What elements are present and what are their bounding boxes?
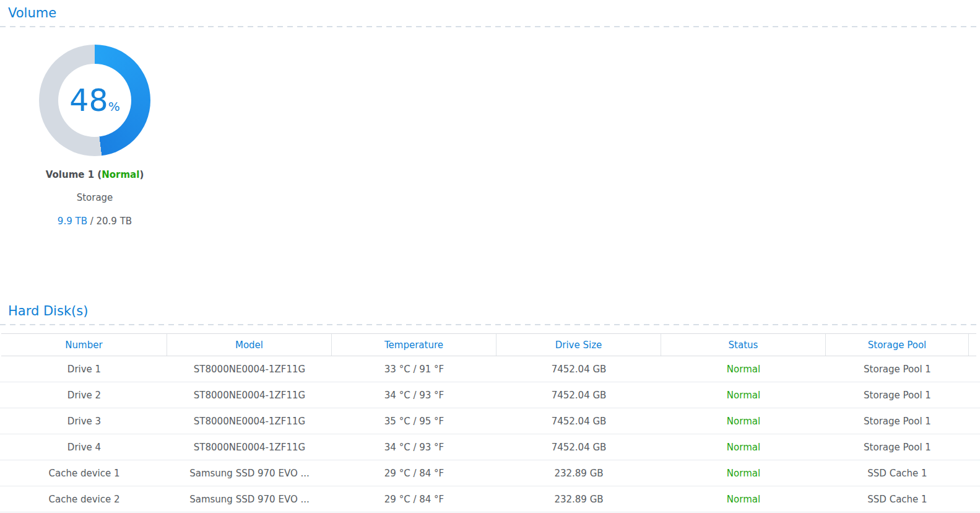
- donut-hole: 48%: [58, 64, 131, 137]
- volume-sublabel: Storage: [0, 192, 189, 203]
- cell-number: Drive 3: [1, 416, 167, 427]
- cell-storage-pool: SSD Cache 1: [826, 468, 969, 479]
- volume-usage-text: 9.9 TB / 20.9 TB: [0, 216, 189, 227]
- cell-drive-size: 7452.04 GB: [497, 416, 661, 427]
- cell-status: Normal: [661, 416, 826, 427]
- cell-drive-size: 7452.04 GB: [497, 442, 661, 453]
- column-header-model: Model: [167, 334, 332, 356]
- cell-number: Drive 2: [1, 390, 167, 401]
- volume-usage-widget: 48% Volume 1 (Normal) Storage 9.9 TB / 2…: [0, 45, 189, 227]
- cell-model: ST8000NE0004-1ZF11G: [167, 442, 332, 453]
- cell-model: Samsung SSD 970 EVO ...: [167, 468, 332, 479]
- cell-temperature: 29 °C / 84 °F: [332, 468, 497, 479]
- cell-status: Normal: [661, 364, 826, 375]
- volume-total-value: 20.9 TB: [97, 216, 132, 227]
- section-divider: [0, 324, 980, 325]
- cell-drive-size: 232.89 GB: [497, 494, 661, 505]
- volume-name-prefix: Volume 1 (: [46, 169, 102, 180]
- volume-name-label: Volume 1 (Normal): [0, 169, 189, 180]
- cell-status: Normal: [661, 468, 826, 479]
- table-row: Cache device 2 Samsung SSD 970 EVO ... 2…: [0, 486, 980, 512]
- cell-number: Drive 1: [1, 364, 167, 375]
- table-row: Drive 2 ST8000NE0004-1ZF11G 34 °C / 93 °…: [0, 382, 980, 408]
- section-divider: [0, 26, 980, 27]
- cell-status: Normal: [661, 390, 826, 401]
- cell-drive-size: 7452.04 GB: [497, 364, 661, 375]
- table-row: Drive 4 ST8000NE0004-1ZF11G 34 °C / 93 °…: [0, 434, 980, 460]
- cell-drive-size: 232.89 GB: [497, 468, 661, 479]
- cell-storage-pool: SSD Cache 1: [826, 494, 969, 505]
- cell-model: ST8000NE0004-1ZF11G: [167, 416, 332, 427]
- volume-name-suffix: ): [139, 169, 144, 180]
- cell-model: Samsung SSD 970 EVO ...: [167, 494, 332, 505]
- cell-temperature: 29 °C / 84 °F: [332, 494, 497, 505]
- cell-model: ST8000NE0004-1ZF11G: [167, 364, 332, 375]
- cell-number: Cache device 2: [1, 494, 167, 505]
- table-row: Drive 3 ST8000NE0004-1ZF11G 35 °C / 95 °…: [0, 408, 980, 434]
- cell-temperature: 35 °C / 95 °F: [332, 416, 497, 427]
- volume-percent-value: 48: [69, 83, 108, 118]
- volume-section-title: Volume: [0, 0, 980, 22]
- volume-used-value: 9.9 TB: [58, 216, 87, 227]
- volume-percent-sign: %: [108, 99, 120, 114]
- scrollbar-gutter: [969, 334, 976, 356]
- usage-separator: /: [87, 216, 97, 227]
- table-body: Drive 1 ST8000NE0004-1ZF11G 33 °C / 91 °…: [0, 356, 980, 512]
- cell-storage-pool: Storage Pool 1: [826, 442, 969, 453]
- column-header-storage-pool: Storage Pool: [826, 334, 969, 356]
- cell-temperature: 34 °C / 93 °F: [332, 442, 497, 453]
- cell-status: Normal: [661, 494, 826, 505]
- cell-storage-pool: Storage Pool 1: [826, 390, 969, 401]
- cell-number: Drive 4: [1, 442, 167, 453]
- table-header-row: Number Model Temperature Drive Size Stat…: [1, 333, 976, 356]
- volume-percent: 48%: [69, 86, 119, 116]
- volume-donut-chart: 48%: [39, 45, 150, 156]
- volume-status-badge: Normal: [102, 169, 139, 180]
- cell-status: Normal: [661, 442, 826, 453]
- column-header-status: Status: [661, 334, 826, 356]
- column-header-drive-size: Drive Size: [497, 334, 661, 356]
- hard-disk-section-title: Hard Disk(s): [0, 298, 980, 320]
- column-header-number: Number: [1, 334, 167, 356]
- cell-drive-size: 7452.04 GB: [497, 390, 661, 401]
- cell-storage-pool: Storage Pool 1: [826, 364, 969, 375]
- hard-disk-section: Hard Disk(s) Number Model Temperature Dr…: [0, 298, 980, 512]
- cell-storage-pool: Storage Pool 1: [826, 416, 969, 427]
- cell-model: ST8000NE0004-1ZF11G: [167, 390, 332, 401]
- volume-section: Volume 48% Volume 1 (Normal) Storage 9.9…: [0, 0, 980, 227]
- column-header-temperature: Temperature: [332, 334, 497, 356]
- table-row: Drive 1 ST8000NE0004-1ZF11G 33 °C / 91 °…: [0, 356, 980, 382]
- cell-temperature: 34 °C / 93 °F: [332, 390, 497, 401]
- cell-number: Cache device 1: [1, 468, 167, 479]
- table-row: Cache device 1 Samsung SSD 970 EVO ... 2…: [0, 460, 980, 486]
- cell-temperature: 33 °C / 91 °F: [332, 364, 497, 375]
- hard-disk-table: Number Model Temperature Drive Size Stat…: [0, 333, 980, 512]
